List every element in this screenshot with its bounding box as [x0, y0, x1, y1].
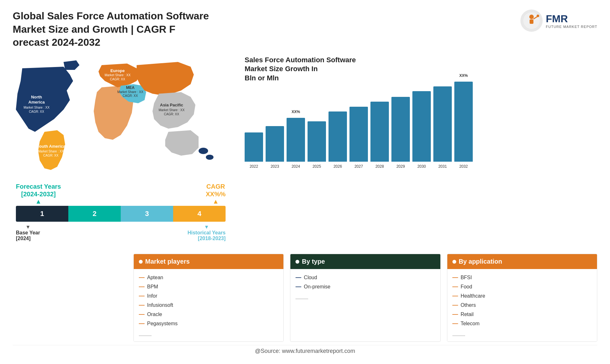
bar-label-top-2024: XX% [292, 110, 300, 115]
logo-area: FMR FUTURE MARKET REPORT [520, 10, 597, 32]
by-application-footer [447, 332, 597, 341]
svg-text:Asia Pacific: Asia Pacific [160, 103, 183, 107]
svg-text:CAGR: XX: CAGR: XX [123, 94, 138, 98]
list-item: —Infusionsoft [139, 300, 278, 310]
forecast-label: Forecast Years[2024-2032] [16, 183, 61, 198]
list-item: —On-premise [295, 282, 435, 291]
list-item: —Pegasystems [139, 319, 278, 328]
bar-year-2028: 2028 [376, 164, 384, 169]
list-item: —Others [452, 300, 592, 310]
by-type-body: —Cloud —On-premise [290, 269, 440, 295]
bar-year-2025: 2025 [313, 164, 321, 169]
svg-point-5 [537, 15, 539, 17]
svg-text:Market Share : XX: Market Share : XX [159, 108, 185, 112]
bar-year-2030: 2030 [417, 164, 426, 169]
bar-group-2025: 2025 [308, 73, 326, 169]
bar-2032 [454, 82, 473, 162]
source-footer: @Source: www.futuremarketreport.com [13, 345, 597, 354]
bar-year-2031: 2031 [438, 164, 447, 169]
market-players-footer [134, 332, 283, 341]
svg-rect-3 [530, 19, 533, 24]
by-type-footer [290, 295, 440, 305]
segment-2: 2 [68, 206, 121, 222]
bar-year-2029: 2029 [396, 164, 405, 169]
bar-year-2026: 2026 [334, 164, 342, 169]
bar-group-2026: 2026 [329, 73, 347, 169]
market-players-header: Market players [134, 254, 283, 269]
bar-2028 [370, 102, 389, 162]
market-players-dot [139, 260, 143, 264]
chart-section: Sales Force Automation SoftwareMarket Si… [238, 56, 597, 251]
main-content: North America Market Share : XX CAGR: XX… [13, 56, 597, 251]
bar-group-2024: XX%2024 [287, 73, 305, 169]
bar-2027 [349, 107, 368, 162]
logo-icon [520, 10, 543, 32]
svg-text:CAGR: XX: CAGR: XX [29, 110, 44, 113]
cagr-label: CAGRXX%% [206, 183, 226, 198]
by-application-panel: By application —BFSI —Food —Healthcare —… [447, 254, 597, 342]
list-item: —Oracle [139, 310, 278, 319]
by-type-dot [295, 260, 299, 264]
svg-text:CAGR: XX: CAGR: XX [164, 112, 179, 116]
info-panels: Market players —Aptean —BPM —Infor —Infu… [133, 254, 597, 342]
market-players-panel: Market players —Aptean —BPM —Infor —Infu… [133, 254, 284, 342]
bar-2026 [329, 111, 347, 162]
by-type-header: By type [290, 254, 440, 269]
svg-text:MEA: MEA [126, 85, 135, 90]
svg-text:North: North [31, 95, 42, 99]
list-item: —Retail [452, 310, 592, 319]
bar-year-2032: 2032 [459, 164, 468, 169]
segment-3: 3 [121, 206, 173, 222]
list-item: —Infor [139, 291, 278, 300]
svg-text:CAGR: XX: CAGR: XX [43, 154, 58, 157]
world-map: North America Market Share : XX CAGR: XX… [13, 56, 229, 176]
bar-group-2032: XX%2032 [454, 73, 473, 169]
bar-2022 [245, 132, 263, 162]
by-application-dot [452, 260, 456, 264]
bar-2024 [287, 118, 305, 162]
bar-group-2027: 2027 [349, 73, 368, 169]
page-container: Global Sales Force Automation Software M… [0, 0, 610, 364]
timeline-box: Forecast Years[2024-2032] ▲ CAGRXX%% ▲ 1… [13, 179, 229, 245]
bar-year-2022: 2022 [250, 164, 258, 169]
bar-group-2022: 2022 [245, 73, 263, 169]
bar-group-2030: 2030 [412, 73, 431, 169]
svg-text:America: America [28, 100, 45, 104]
timeline-bar: 1 2 3 4 [16, 206, 226, 222]
list-item: —BFSI [452, 273, 592, 282]
bar-2023 [266, 126, 284, 162]
logo-text-block: FMR FUTURE MARKET REPORT [546, 13, 597, 29]
svg-text:South America: South America [36, 144, 65, 149]
svg-text:Market Share : XX: Market Share : XX [117, 90, 143, 94]
svg-text:Market Share : XX: Market Share : XX [24, 106, 50, 109]
list-item: —Healthcare [452, 291, 592, 300]
bar-year-2024: 2024 [292, 164, 300, 169]
bar-label-top-2032: XX% [459, 73, 468, 79]
svg-text:CAGR: XX: CAGR: XX [110, 78, 125, 81]
svg-point-2 [529, 15, 534, 19]
header: Global Sales Force Automation Software M… [13, 10, 597, 49]
logo-subtext: FUTURE MARKET REPORT [546, 25, 597, 29]
list-item: —Aptean [139, 273, 278, 282]
svg-point-6 [199, 148, 208, 154]
bar-2030 [412, 91, 431, 162]
market-players-body: —Aptean —BPM —Infor —Infusionsoft —Oracl… [134, 269, 283, 332]
svg-point-7 [206, 155, 214, 160]
base-year-label: Base Year[2024] [16, 230, 40, 241]
list-item: —Food [452, 282, 592, 291]
bar-group-2031: 2031 [433, 73, 452, 169]
bar-chart: 20222023XX%20242025202620272028202920302… [245, 89, 597, 178]
bar-2025 [308, 121, 326, 162]
logo-text: FMR [546, 13, 597, 25]
page-title: Global Sales Force Automation Software M… [13, 10, 235, 49]
svg-text:Market Share : XX: Market Share : XX [105, 73, 131, 77]
segment-4: 4 [173, 206, 226, 222]
bar-group-2029: 2029 [391, 73, 410, 169]
bar-2029 [391, 97, 410, 162]
list-item: —BPM [139, 282, 278, 291]
bar-group-2028: 2028 [370, 73, 389, 169]
list-item: —Telecom [452, 319, 592, 328]
svg-text:Europe: Europe [111, 68, 125, 73]
bar-year-2023: 2023 [271, 164, 279, 169]
by-type-panel: By type —Cloud —On-premise [290, 254, 440, 342]
